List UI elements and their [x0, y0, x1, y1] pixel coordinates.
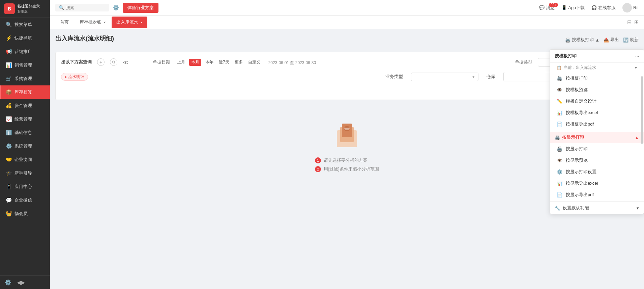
sidebar: B 畅捷通好生意 标准版 🔍 搜索菜单 ⚡ 快捷导航 📢 营销推广 📊 销售管理… — [0, 0, 50, 289]
template-print-item[interactable]: 🖨️ 按模板打印 — [550, 73, 644, 84]
operations-icon: 📈 — [6, 116, 12, 122]
sys-mgmt-icon: ⚙️ — [6, 143, 12, 149]
sidebar-item-marketing[interactable]: 📢 营销推广 — [0, 45, 50, 58]
template-print-label: 按模板打印 — [566, 75, 588, 81]
sidebar-item-inventory[interactable]: 📦 库存核算 — [0, 85, 50, 99]
online-service-icon: 🎧 — [591, 5, 597, 10]
empty-step-1: 1 请先选择要分析的方案 — [315, 156, 379, 165]
print-template-button[interactable]: 🖨️ 按模板打印 ▲ — [565, 37, 599, 43]
sidebar-item-label: 资金管理 — [14, 103, 32, 109]
warehouse-label: 仓库 — [487, 74, 495, 80]
template-preview-item[interactable]: 👁️ 按模板预览 — [550, 84, 644, 96]
print-chevron-icon: ▲ — [595, 37, 599, 43]
tab-inventory-batch[interactable]: 库存批次账 × — [75, 17, 110, 28]
sidebar-item-basic-info[interactable]: ℹ️ 基础信息 — [0, 126, 50, 139]
notification-icon: 💬 — [539, 5, 545, 10]
search-input[interactable] — [66, 5, 100, 10]
template-export-pdf-item[interactable]: 📄 按模板导出pdf — [550, 119, 644, 130]
notification-button[interactable]: 💬 消息 99+ — [539, 5, 555, 11]
beginner-guide-icon: 🎓 — [6, 170, 12, 176]
sidebar-item-app-center[interactable]: 📱 应用中心 — [0, 180, 50, 193]
template-export-excel-label: 按模板导出excel — [566, 110, 598, 116]
sidebar-item-label: 搜索菜单 — [14, 22, 32, 28]
display-export-excel-item[interactable]: 📊 按显示导出excel — [550, 178, 644, 189]
print-template-label: 按模板打印 — [572, 37, 594, 43]
settings-icon[interactable]: ⚙️ — [5, 279, 11, 286]
sidebar-item-enterprise-wechat[interactable]: 💬 企业微信 — [0, 193, 50, 207]
online-service-button[interactable]: 🎧 在线客服 — [591, 5, 616, 11]
sidebar-item-sales[interactable]: 📊 销售管理 — [0, 58, 50, 72]
date-last-7days[interactable]: 近7天 — [217, 59, 231, 66]
empty-steps: 1 请先选择要分析的方案 2 用[过滤]条件来缩小分析范围 — [315, 156, 379, 174]
app-download-button[interactable]: 📱 App下载 — [561, 5, 585, 11]
display-export-pdf-label: 按显示导出pdf — [566, 192, 594, 198]
date-this-month[interactable]: 本月 — [189, 59, 201, 66]
display-preview-item[interactable]: 👁️ 按显示预览 — [550, 155, 644, 166]
template-export-excel-item[interactable]: 📊 按模板导出excel — [550, 107, 644, 119]
print-dropdown-title: 按模板打印 — [555, 53, 577, 59]
topbar-search[interactable]: 🔍 — [55, 4, 109, 11]
sidebar-item-label: 企业协同 — [14, 157, 32, 163]
filter-setting-button[interactable]: ⚙ — [110, 58, 117, 66]
sidebar-item-quick-nav[interactable]: ⚡ 快捷导航 — [0, 31, 50, 45]
filter-collapse-icon[interactable]: ≪ — [123, 59, 128, 65]
sidebar-item-finance[interactable]: 💰 资金管理 — [0, 99, 50, 112]
sidebar-item-search-menu[interactable]: 🔍 搜索菜单 — [0, 18, 50, 31]
display-export-pdf-item[interactable]: 📄 按显示导出pdf — [550, 189, 644, 201]
sidebar-item-purchase[interactable]: 🛒 采购管理 — [0, 72, 50, 85]
sidebar-item-enterprise-collab[interactable]: 🤝 企业协同 — [0, 153, 50, 166]
filter-tag-label: 流水明细 — [68, 74, 84, 80]
template-custom-label: 模板自定义设计 — [566, 98, 596, 104]
app-edition: 标准版 — [18, 9, 40, 14]
user-avatar-button[interactable]: Rit — [622, 3, 639, 12]
biz-type-label: 业务类型 — [385, 74, 403, 80]
date-range-display: 2023-06-01 至 2023-06-30 — [268, 60, 316, 66]
display-print-settings-item[interactable]: ⚙️ 按显示打印设置 — [550, 166, 644, 178]
filter-add-button[interactable]: + — [97, 58, 105, 66]
display-preview-icon: 👁️ — [557, 158, 562, 163]
set-default-item[interactable]: 🔧 设置默认功能 ▾ — [550, 202, 644, 214]
collapse-sidebar-icon[interactable]: ◀▶ — [17, 279, 25, 286]
biz-type-select[interactable]: ▾ — [411, 73, 478, 81]
tab-inout-flow-close[interactable]: × — [140, 20, 142, 24]
date-custom[interactable]: 自定义 — [247, 59, 262, 66]
page-title: 出入库流水(流水明细) — [55, 34, 114, 43]
filter-row-2: ● 流水明细 业务类型 ▾ 仓库 ··· 设置 — [61, 71, 633, 82]
date-last-month[interactable]: 上月 — [176, 59, 186, 66]
sidebar-item-operations[interactable]: 📈 经营管理 — [0, 112, 50, 126]
tab-right-actions: ⊟ ⊞ — [627, 19, 639, 25]
sidebar-item-label: 基础信息 — [14, 130, 32, 136]
topbar-gear-icon[interactable]: ⚙️ — [113, 4, 119, 11]
industry-solution-button[interactable]: 体验行业方案 — [123, 3, 158, 13]
sidebar-item-label: 新手引导 — [14, 170, 32, 176]
dropdown-scrollbar[interactable] — [641, 76, 643, 144]
display-print-group-title[interactable]: 🖨️ 按显示打印 ▲ — [550, 132, 644, 143]
template-preview-label: 按模板预览 — [566, 87, 588, 93]
refresh-button[interactable]: 🔄 刷新 — [623, 37, 639, 43]
date-more[interactable]: 更多 — [233, 59, 244, 66]
display-export-excel-icon: 📊 — [557, 181, 562, 186]
sidebar-item-beginner-guide[interactable]: 🎓 新手引导 — [0, 166, 50, 180]
export-button[interactable]: 📤 导出 — [604, 37, 619, 43]
purchase-icon: 🛒 — [6, 76, 12, 82]
sidebar-menu: 🔍 搜索菜单 ⚡ 快捷导航 📢 营销推广 📊 销售管理 🛒 采购管理 📦 库存核… — [0, 18, 50, 275]
empty-step-2: 2 用[过滤]条件来缩小分析范围 — [315, 165, 379, 174]
sidebar-item-sys-mgmt[interactable]: ⚙️ 系统管理 — [0, 139, 50, 153]
tab-home[interactable]: 首页 — [55, 17, 74, 28]
tab-inout-flow[interactable]: 出入库流水 × — [112, 17, 147, 28]
tab-inventory-batch-close[interactable]: × — [104, 20, 106, 24]
collapse-more-button[interactable]: ▲ 收起更多条件 — [61, 86, 633, 95]
refresh-icon: 🔄 — [623, 37, 628, 43]
filter-tag-flow-detail[interactable]: ● 流水明细 — [61, 73, 88, 81]
date-this-year[interactable]: 本年 — [204, 59, 215, 66]
step-2-text: 用[过滤]条件来缩小分析范围 — [324, 165, 379, 174]
display-print-item[interactable]: 🖨️ 按显示打印 — [550, 143, 644, 155]
tab-maximize-icon[interactable]: ⊞ — [634, 19, 639, 25]
sidebar-item-label: 采购管理 — [14, 76, 32, 82]
main-area: 🔍 ⚙️ 体验行业方案 💬 消息 99+ 📱 App下载 🎧 在线客服 Rit — [50, 0, 644, 289]
template-custom-item[interactable]: ✏️ 模板自定义设计 — [550, 96, 644, 107]
topbar-right: 💬 消息 99+ 📱 App下载 🎧 在线客服 Rit — [539, 3, 639, 12]
print-header-dots-icon[interactable]: ··· — [635, 54, 639, 59]
tab-minimize-icon[interactable]: ⊟ — [627, 19, 632, 25]
sidebar-item-membership[interactable]: 👑 畅会员 — [0, 207, 50, 220]
